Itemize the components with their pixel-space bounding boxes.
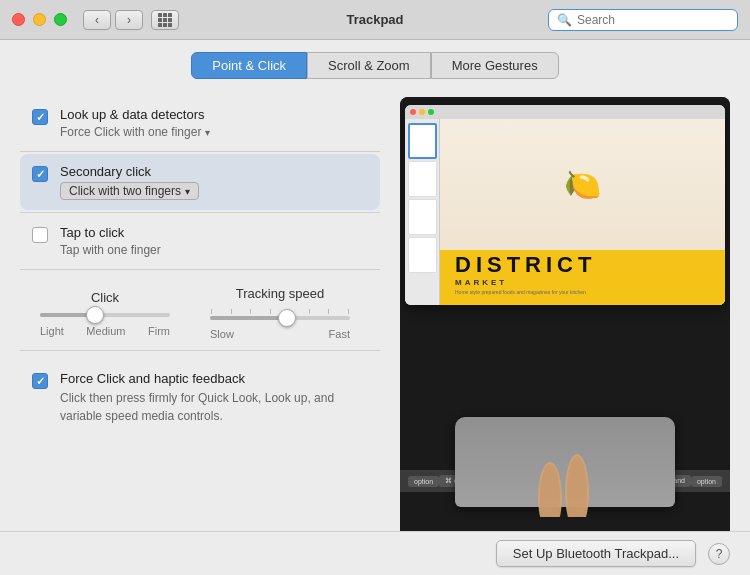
- search-input[interactable]: [577, 13, 729, 27]
- force-click-subtitle: Click then press firmly for Quick Look, …: [60, 389, 350, 425]
- district-title: DISTRICT: [455, 254, 710, 276]
- force-click-text: Force Click and haptic feedback Click th…: [60, 371, 350, 425]
- preview-fruit-area: 🍋: [440, 119, 725, 250]
- secondary-click-title: Secondary click: [60, 164, 199, 179]
- lookup-title: Look up & data detectors: [60, 107, 210, 122]
- divider-1: [20, 151, 380, 152]
- tap-to-click-subtitle: Tap with one finger: [60, 243, 161, 257]
- force-click-checkbox[interactable]: [32, 373, 48, 389]
- click-slider-labels: Light Medium Firm: [40, 325, 170, 337]
- preview-sidebar: [405, 119, 440, 305]
- tabs-bar: Point & Click Scroll & Zoom More Gesture…: [0, 40, 750, 87]
- setting-lookup: Look up & data detectors Force Click wit…: [20, 97, 380, 149]
- tracking-slider-label: Tracking speed: [236, 286, 324, 301]
- lookup-checkbox[interactable]: [32, 109, 48, 125]
- back-button[interactable]: ‹: [83, 10, 111, 30]
- setting-force-click: Force Click and haptic feedback Click th…: [20, 361, 380, 435]
- lookup-subtitle: Force Click with one finger ▾: [60, 125, 210, 139]
- preview-tl-green: [428, 109, 434, 115]
- trackpad-surface: [455, 417, 675, 507]
- divider-2: [20, 212, 380, 213]
- setting-tap-to-click: Tap to click Tap with one finger: [20, 215, 380, 267]
- preview-trackpad-area: [455, 417, 675, 547]
- tab-point-click[interactable]: Point & Click: [191, 52, 307, 79]
- secondary-click-subtitle: Click with two fingers ▾: [60, 182, 199, 200]
- preview-tl-red: [410, 109, 416, 115]
- forward-button[interactable]: ›: [115, 10, 143, 30]
- district-sub: MARKET: [455, 278, 710, 287]
- preview-thumb-1: [408, 123, 437, 159]
- preview-thumb-2: [408, 161, 437, 197]
- click-slider-thumb[interactable]: [86, 306, 104, 324]
- tap-to-click-title: Tap to click: [60, 225, 161, 240]
- tab-scroll-zoom[interactable]: Scroll & Zoom: [307, 52, 431, 79]
- close-button[interactable]: [12, 13, 25, 26]
- left-panel: Look up & data detectors Force Click wit…: [20, 97, 380, 547]
- tracking-slider-group: Tracking speed: [210, 286, 350, 340]
- preview-titlebar: [405, 105, 725, 119]
- tap-to-click-checkbox[interactable]: [32, 227, 48, 243]
- preview-thumb-4: [408, 237, 437, 273]
- secondary-click-dropdown[interactable]: Click with two fingers ▾: [60, 182, 199, 200]
- preview-main: DISTRICT MARKET Home style prepared food…: [440, 119, 725, 305]
- grid-icon: [158, 13, 172, 27]
- kbd-option-right: option: [691, 476, 722, 487]
- preview-window: DISTRICT MARKET Home style prepared food…: [405, 105, 725, 305]
- setup-bluetooth-button[interactable]: Set Up Bluetooth Trackpad...: [496, 540, 696, 567]
- tab-more-gestures[interactable]: More Gestures: [431, 52, 559, 79]
- preview-container: DISTRICT MARKET Home style prepared food…: [400, 97, 730, 547]
- preview-thumb-3: [408, 199, 437, 235]
- setting-secondary-click: Secondary click Click with two fingers ▾: [20, 154, 380, 210]
- minimize-button[interactable]: [33, 13, 46, 26]
- nav-buttons: ‹ ›: [83, 10, 143, 30]
- tracking-slider-labels: Slow Fast: [210, 328, 350, 340]
- titlebar: ‹ › Trackpad 🔍: [0, 0, 750, 40]
- click-slider-label: Click: [91, 290, 119, 305]
- preview-tl-yellow: [419, 109, 425, 115]
- tap-to-click-text: Tap to click Tap with one finger: [60, 225, 161, 257]
- hand-fingers-icon: [505, 437, 625, 517]
- window-title: Trackpad: [346, 12, 403, 27]
- search-box[interactable]: 🔍: [548, 9, 738, 31]
- secondary-click-text: Secondary click Click with two fingers ▾: [60, 164, 199, 200]
- content-area: Look up & data detectors Force Click wit…: [0, 87, 750, 547]
- click-slider-group: Click Light Medium Firm: [40, 290, 170, 337]
- search-icon: 🔍: [557, 13, 572, 27]
- preview-panel: DISTRICT MARKET Home style prepared food…: [400, 97, 730, 547]
- app-grid-button[interactable]: [151, 10, 179, 30]
- tracking-slider-track[interactable]: [210, 316, 350, 320]
- fruit-emoji: 🍋: [564, 167, 601, 202]
- lookup-text: Look up & data detectors Force Click wit…: [60, 107, 210, 139]
- lookup-chevron-icon: ▾: [205, 127, 210, 138]
- tracking-slider-thumb[interactable]: [278, 309, 296, 327]
- force-click-title: Force Click and haptic feedback: [60, 371, 350, 386]
- fullscreen-button[interactable]: [54, 13, 67, 26]
- click-slider-track[interactable]: [40, 313, 170, 317]
- dropdown-chevron-icon: ▾: [185, 186, 190, 197]
- kbd-option-left: option: [408, 476, 439, 487]
- divider-3: [20, 269, 380, 270]
- preview-body: DISTRICT MARKET Home style prepared food…: [405, 119, 725, 305]
- bottom-bar: Set Up Bluetooth Trackpad... ?: [0, 531, 750, 575]
- help-button[interactable]: ?: [708, 543, 730, 565]
- traffic-lights: [12, 13, 67, 26]
- sliders-section: Click Light Medium Firm Tracking speed: [20, 272, 380, 348]
- district-tagline: Home style prepared foods and magazines …: [455, 289, 710, 295]
- divider-4: [20, 350, 380, 351]
- secondary-click-checkbox[interactable]: [32, 166, 48, 182]
